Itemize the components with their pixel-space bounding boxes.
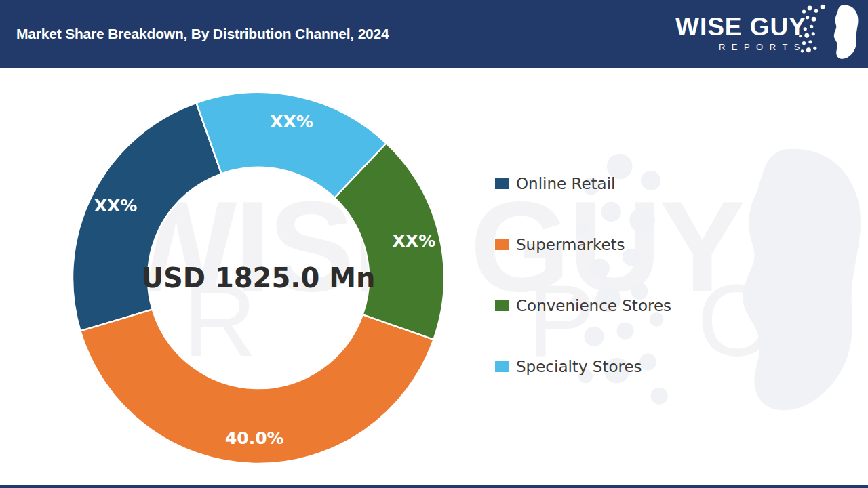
legend-label-convenience-stores: Convenience Stores (516, 297, 671, 314)
legend-item-supermarkets: Supermarkets (495, 235, 671, 255)
legend-label-specialty-stores: Specialty Stores (516, 358, 642, 375)
segment-value-label-convenience-stores: XX% (393, 231, 436, 251)
legend-label-supermarkets: Supermarkets (516, 236, 625, 253)
header-bar: Market Share Breakdown, By Distribution … (0, 0, 868, 68)
brand-name: WISE GUY (675, 13, 806, 41)
legend-item-online-retail: Online Retail (495, 174, 671, 194)
legend-item-convenience-stores: Convenience Stores (495, 296, 671, 316)
legend-swatch-online-retail (495, 178, 509, 189)
chart-legend: Online RetailSupermarketsConvenience Sto… (495, 174, 671, 418)
segment-value-label-online-retail: XX% (94, 196, 138, 216)
bottom-accent-bar (0, 485, 868, 488)
face-profile-icon (797, 3, 861, 62)
segment-value-label-supermarkets: 40.0% (225, 428, 284, 448)
legend-item-specialty-stores: Specialty Stores (495, 357, 671, 377)
donut-center-value: USD 1825.0 Mn (142, 262, 376, 293)
brand-logo-text: WISE GUY REPORTS (675, 13, 806, 52)
donut-segment-online-retail (73, 103, 222, 331)
page-title: Market Share Breakdown, By Distribution … (16, 0, 389, 68)
segment-value-label-specialty-stores: XX% (270, 112, 313, 131)
chart-area: WISE GUY REPORTS XX%40.0%XX%XX% USD 1825… (0, 68, 868, 485)
donut-chart: XX%40.0%XX%XX% (0, 68, 868, 485)
brand-subname: REPORTS (675, 42, 806, 52)
legend-swatch-convenience-stores (495, 300, 509, 311)
legend-swatch-supermarkets (495, 239, 509, 250)
brand-logo: WISE GUY REPORTS (675, 3, 861, 62)
legend-swatch-specialty-stores (495, 361, 509, 372)
legend-label-online-retail: Online Retail (516, 175, 616, 192)
